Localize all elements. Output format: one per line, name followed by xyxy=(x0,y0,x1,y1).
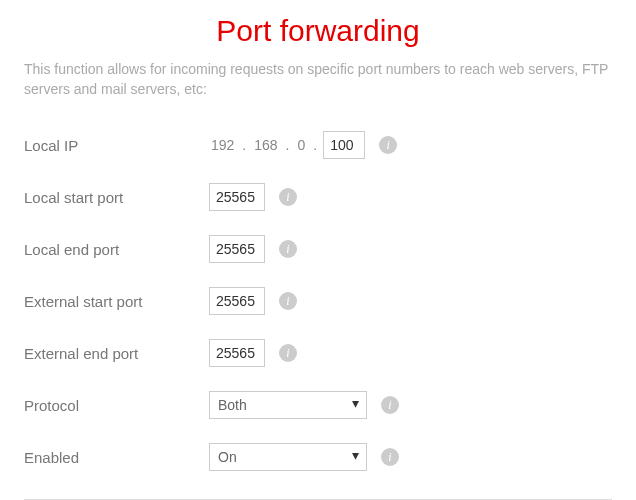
local-end-port-input[interactable] xyxy=(209,235,265,263)
ip-octet-1: 192 xyxy=(209,137,236,153)
protocol-select[interactable]: Both xyxy=(209,391,367,419)
ip-dot: . xyxy=(238,137,250,153)
info-icon[interactable]: i xyxy=(381,396,399,414)
ip-octets: 192 . 168 . 0 . xyxy=(209,131,365,159)
description: This function allows for incoming reques… xyxy=(24,60,612,99)
row-local-end-port: Local end port i xyxy=(24,225,612,273)
ip-octet-2: 168 xyxy=(252,137,279,153)
label-local-end-port: Local end port xyxy=(24,241,209,258)
row-local-start-port: Local start port i xyxy=(24,173,612,221)
local-start-port-input[interactable] xyxy=(209,183,265,211)
info-icon[interactable]: i xyxy=(381,448,399,466)
ip-dot: . xyxy=(282,137,294,153)
info-icon[interactable]: i xyxy=(279,292,297,310)
ip-octet-4-input[interactable] xyxy=(323,131,365,159)
label-local-ip: Local IP xyxy=(24,137,209,154)
row-local-ip: Local IP 192 . 168 . 0 . i xyxy=(24,121,612,169)
info-icon[interactable]: i xyxy=(279,240,297,258)
label-local-start-port: Local start port xyxy=(24,189,209,206)
info-icon[interactable]: i xyxy=(279,188,297,206)
page-title: Port forwarding xyxy=(24,14,612,48)
ip-dot: . xyxy=(309,137,321,153)
ip-octet-3: 0 xyxy=(296,137,308,153)
label-external-end-port: External end port xyxy=(24,345,209,362)
label-enabled: Enabled xyxy=(24,449,209,466)
row-external-end-port: External end port i xyxy=(24,329,612,377)
row-enabled: Enabled On i xyxy=(24,433,612,481)
external-end-port-input[interactable] xyxy=(209,339,265,367)
enabled-select[interactable]: On xyxy=(209,443,367,471)
row-external-start-port: External start port i xyxy=(24,277,612,325)
info-icon[interactable]: i xyxy=(379,136,397,154)
row-protocol: Protocol Both i xyxy=(24,381,612,429)
info-icon[interactable]: i xyxy=(279,344,297,362)
label-external-start-port: External start port xyxy=(24,293,209,310)
external-start-port-input[interactable] xyxy=(209,287,265,315)
label-protocol: Protocol xyxy=(24,397,209,414)
